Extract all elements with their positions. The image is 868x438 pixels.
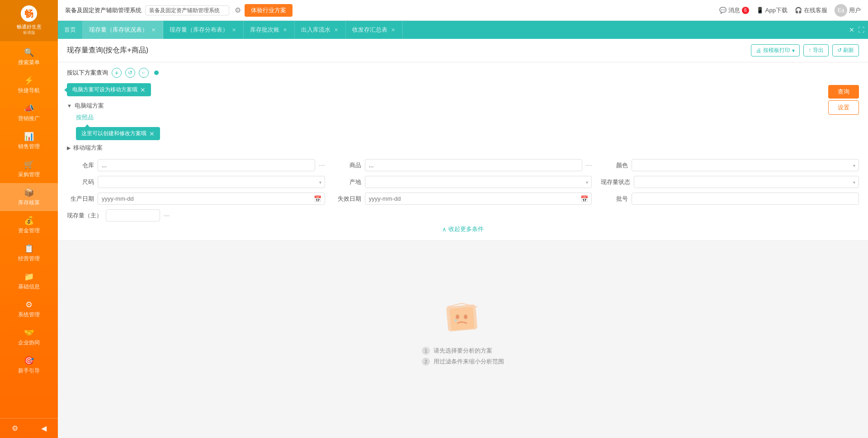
warehouse-more-icon[interactable]: ···: [319, 161, 325, 170]
size-select-wrap: ▾: [98, 176, 325, 188]
collapse-filter-button[interactable]: ∧ 收起更多条件: [442, 225, 484, 233]
system-selector[interactable]: 装备及固定资产辅助管理系统: [145, 5, 229, 15]
tab-close-icon[interactable]: ✕: [282, 27, 288, 33]
status-select[interactable]: [634, 176, 859, 188]
tooltip2-close-icon[interactable]: ✕: [149, 130, 155, 137]
collapse-label: 收起更多条件: [448, 225, 484, 233]
sales-icon: 📊: [24, 132, 34, 141]
search-button[interactable]: 查询: [828, 85, 859, 99]
expire-date-from-input[interactable]: [365, 193, 592, 205]
tab-close-icon[interactable]: ✕: [390, 27, 396, 33]
user-label: 用户: [849, 6, 861, 14]
color-label: 颜色: [601, 161, 628, 170]
sidebar-item-basicinfo[interactable]: 📁 基础信息: [0, 267, 58, 295]
chevron-down-icon: ▾: [792, 47, 795, 54]
origin-select[interactable]: [365, 176, 592, 188]
sidebar-item-system[interactable]: ⚙ 系统管理: [0, 295, 58, 323]
produce-date-from-input[interactable]: [98, 193, 325, 205]
template-print-button[interactable]: 🖨 按模板打印 ▾: [751, 44, 800, 57]
scheme-group-desktop: ▼ 电脑端方案 按照品: [67, 100, 859, 123]
sidebar-item-label: 系统管理: [18, 311, 40, 319]
scheme-group-header-mobile[interactable]: ▶ 移动端方案: [67, 142, 859, 154]
sidebar-item-inventory[interactable]: 📦 库存核算: [0, 183, 58, 211]
online-service-item[interactable]: 🎧 在线客服: [795, 6, 827, 14]
sidebar-item-search[interactable]: 🔍 搜索菜单: [0, 43, 58, 71]
industry-plan-button[interactable]: 体验行业方案: [245, 4, 292, 17]
export-icon: ↑: [808, 47, 811, 53]
sidebar-item-finance[interactable]: 💰 资金管理: [0, 211, 58, 239]
sidebar-item-collab[interactable]: 🤝 企业协同: [0, 323, 58, 351]
chevron-right-icon: ▼: [67, 103, 72, 108]
scheme-group-label: 移动端方案: [73, 144, 103, 152]
tab-expand-icon[interactable]: ⛶: [858, 26, 864, 33]
collapse-sidebar-btn[interactable]: ◀: [38, 422, 50, 434]
marketing-icon: 📣: [24, 104, 34, 113]
tab-inventory-status[interactable]: 现存量（库存状况表） ✕: [83, 21, 163, 39]
page-title: 现存量查询(按仓库+商品): [67, 46, 148, 55]
warehouse-select[interactable]: ...: [98, 159, 315, 171]
app-badge: 标准版: [23, 30, 35, 36]
collab-icon: 🤝: [24, 328, 34, 338]
goods-select-wrap: ...: [365, 159, 582, 171]
app-download-item[interactable]: 📱 App下载: [756, 6, 788, 14]
sidebar-item-purchase[interactable]: 🛒 采购管理: [0, 155, 58, 183]
tab-summary[interactable]: 收发存汇总表 ✕: [346, 21, 403, 39]
tab-close-icon[interactable]: ✕: [151, 27, 156, 33]
export-button[interactable]: ↑ 导出: [803, 44, 828, 57]
tab-label: 库存批次账: [250, 26, 279, 34]
sidebar-item-guide[interactable]: 🎯 新手引导: [0, 351, 58, 379]
back-scheme-button[interactable]: ←: [139, 68, 149, 78]
size-select[interactable]: [98, 176, 325, 188]
filter-section: 按以下方案查询 + ↺ ← 电脑方案可设为移动方案哦 ✕ ▼ 电脑端方案: [58, 62, 868, 241]
batch-label: 批号: [601, 195, 628, 203]
search-btn-group: 查询 设置: [828, 85, 859, 115]
goods-select[interactable]: ...: [365, 159, 582, 171]
tab-home[interactable]: 首页: [58, 21, 83, 39]
guide-icon: 🎯: [24, 356, 34, 366]
user-item[interactable]: Ea 用户: [835, 4, 861, 17]
topbar: 装备及固定资产辅助管理系统 装备及固定资产辅助管理系统 ⚙ 体验行业方案 💬 消…: [58, 0, 868, 21]
produce-date-label: 生产日期: [67, 195, 94, 203]
sidebar-item-label: 营销推广: [18, 115, 40, 122]
filter-row-warehouse: 仓库 ... ···: [67, 159, 325, 171]
sidebar-item-sales[interactable]: 📊 销售管理: [0, 127, 58, 155]
tab-close-icon[interactable]: ✕: [231, 27, 237, 33]
message-icon: 💬: [719, 7, 726, 14]
sidebar-item-marketing[interactable]: 📣 营销推广: [0, 99, 58, 127]
tab-flow[interactable]: 出入库流水 ✕: [295, 21, 346, 39]
search-icon: 🔍: [24, 47, 34, 57]
settings-gear-icon[interactable]: ⚙: [235, 6, 241, 14]
operations-icon: 📋: [24, 244, 34, 254]
goods-more-icon[interactable]: ···: [586, 161, 592, 170]
sidebar-item-quicknav[interactable]: ⚡ 快捷导航: [0, 71, 58, 99]
batch-input[interactable]: [632, 193, 859, 205]
color-select[interactable]: [632, 159, 859, 171]
tab-close-icon[interactable]: ✕: [333, 27, 339, 33]
add-scheme-button[interactable]: +: [112, 68, 122, 78]
tab-bar: 首页 现存量（库存状况表） ✕ 现存量（库存分布表） ✕ 库存批次账 ✕ 出入库…: [58, 21, 868, 39]
sidebar-item-operations[interactable]: 📋 经营管理: [0, 239, 58, 267]
quicknav-icon: ⚡: [24, 75, 34, 85]
system-title: 装备及固定资产辅助管理系统: [65, 6, 142, 14]
svg-point-3: [464, 315, 467, 319]
scheme-group-header-desktop[interactable]: ▼ 电脑端方案: [67, 100, 859, 112]
scheme-item-product[interactable]: 按照品: [67, 112, 859, 123]
header-actions: 🖨 按模板打印 ▾ ↑ 导出 ↺ 刷新: [751, 44, 859, 57]
refresh-scheme-button[interactable]: ↺: [125, 68, 135, 78]
tooltip1-close-icon[interactable]: ✕: [140, 86, 146, 94]
sidebar-item-label: 快捷导航: [18, 87, 40, 94]
color-select-wrap: ▾: [632, 159, 859, 171]
settings-bottom-btn[interactable]: ⚙: [8, 422, 22, 434]
tab-close-all-icon[interactable]: ✕: [849, 26, 854, 33]
reset-button[interactable]: 设置: [828, 100, 859, 115]
warehouse-select-wrap: ...: [98, 159, 315, 171]
template-print-label: 按模板打印: [763, 47, 790, 54]
messages-item[interactable]: 💬 消息 6: [719, 6, 749, 14]
refresh-button[interactable]: ↺ 刷新: [832, 44, 859, 57]
tooltip1-text: 电脑方案可设为移动方案哦: [72, 86, 137, 94]
page-header-top: 现存量查询(按仓库+商品) 🖨 按模板打印 ▾ ↑ 导出 ↺ 刷新: [67, 44, 859, 57]
stock-main-from-input[interactable]: [106, 209, 160, 221]
tab-inventory-dist[interactable]: 现存量（库存分布表） ✕: [163, 21, 244, 39]
tab-batch-account[interactable]: 库存批次账 ✕: [244, 21, 295, 39]
hint1-text: 请先选择要分析的方案: [434, 347, 492, 355]
